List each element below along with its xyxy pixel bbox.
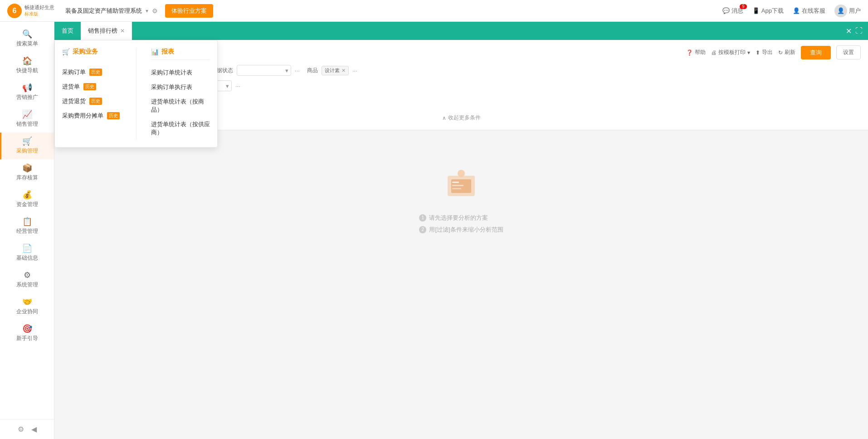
tabbar-actions: ✕ ⛶ xyxy=(846,27,868,35)
print-arrow[interactable]: ▾ xyxy=(747,49,750,56)
sidebar-item-marketing[interactable]: 📢 营销推广 xyxy=(0,79,54,106)
report-section-title: 📊 报表 xyxy=(151,48,210,60)
refresh-icon: ↻ xyxy=(778,49,783,56)
tip-text-2: 用[过滤]条件来缩小分析范围 xyxy=(429,224,503,236)
logo-text: 畅捷通好生意 xyxy=(24,4,54,10)
dropdown-item-goods-receipt[interactable]: 进货单 历史 xyxy=(62,79,122,94)
dropdown-item-purchase-expense[interactable]: 采购费用分摊单 历史 xyxy=(62,109,122,123)
sidebar: 🔍 搜索菜单 🏠 快捷导航 📢 营销推广 📈 销售管理 🛒 采购管理 📦 库存核… xyxy=(0,22,54,439)
purchase-section-icon: 🛒 xyxy=(62,48,70,55)
sidebar-item-quick-nav[interactable]: 🏠 快捷导航 xyxy=(0,52,54,79)
marketing-icon: 📢 xyxy=(22,84,32,92)
item-label: 进货单统计表（按供应商） xyxy=(151,120,210,137)
purchase-dropdown: 🛒 采购业务 采购订单 历史 进货单 历史 进货退货 历史 采购费用分摊单 历史… xyxy=(54,40,218,148)
sidebar-label-guide: 新手引导 xyxy=(16,335,38,342)
export-label: 导出 xyxy=(762,49,773,56)
sidebar-label-inventory: 库存核算 xyxy=(16,174,38,182)
settings-btn[interactable]: 设置 xyxy=(836,45,861,59)
notification-action[interactable]: 💬 消息 9 xyxy=(722,7,743,15)
sidebar-item-search[interactable]: 🔍 搜索菜单 xyxy=(0,25,54,52)
print-label: 按模板打印 xyxy=(718,49,746,56)
sidebar-item-guide[interactable]: 🎯 新手引导 xyxy=(0,320,54,347)
dropdown-item-purchase-order[interactable]: 采购订单 历史 xyxy=(62,65,122,79)
search-icon: 🔍 xyxy=(22,30,32,38)
doc-status-select-wrap xyxy=(237,65,291,76)
empty-state: 1 请先选择要分析的方案 2 用[过滤]条件来缩小分析范围 xyxy=(54,130,868,272)
refresh-label: 刷新 xyxy=(785,49,795,56)
goods-tag-value: 设计素 xyxy=(325,67,340,74)
sidebar-item-finance[interactable]: 💰 资金管理 xyxy=(0,186,54,213)
sidebar-item-basic[interactable]: 📄 基础信息 xyxy=(0,240,54,266)
sidebar-item-inventory[interactable]: 📦 库存核算 xyxy=(0,159,54,186)
sidebar-collapse-btn[interactable]: ◀ xyxy=(31,425,37,434)
tab-close-all-icon[interactable]: ✕ xyxy=(846,27,852,35)
topbar-system: 装备及固定资产辅助管理系统 ▾ ⚙ 体验行业方案 xyxy=(65,4,213,18)
tab-home[interactable]: 首页 xyxy=(54,22,81,40)
svg-rect-3 xyxy=(452,182,459,183)
sidebar-item-operation[interactable]: 📋 经营管理 xyxy=(0,213,54,240)
app-download-label: App下载 xyxy=(761,7,784,15)
svg-rect-4 xyxy=(452,185,463,186)
sidebar-item-purchase[interactable]: 🛒 采购管理 xyxy=(0,133,54,159)
logo-icon: 6 xyxy=(7,4,22,18)
finance-icon: 💰 xyxy=(22,191,32,199)
app-download-action[interactable]: 📱 App下载 xyxy=(752,7,784,15)
refresh-btn[interactable]: ↻ 刷新 xyxy=(778,49,795,56)
doc-status-dots[interactable]: ··· xyxy=(295,67,300,74)
item-label: 进货单 xyxy=(62,83,80,91)
dropdown-item-order-exec[interactable]: 采购订单执行表 xyxy=(151,80,210,94)
dropdown-item-goods-return[interactable]: 进货退货 历史 xyxy=(62,94,122,109)
tab-close-icon[interactable]: ✕ xyxy=(120,28,125,34)
export-icon: ⬆ xyxy=(756,49,760,56)
tab-expand-icon[interactable]: ⛶ xyxy=(855,27,863,35)
home-tab-label: 首页 xyxy=(62,27,73,35)
export-btn[interactable]: ⬆ 导出 xyxy=(756,49,773,56)
salesperson-dots[interactable]: ··· xyxy=(235,83,240,89)
doc-status-select[interactable] xyxy=(237,65,291,76)
user-label: 用户 xyxy=(849,7,861,15)
system-icon: ⚙ xyxy=(24,271,31,279)
sidebar-settings-btn[interactable]: ⚙ xyxy=(18,425,24,434)
goods-tag-close[interactable]: ✕ xyxy=(341,68,346,74)
dropdown-item-supplier-stats[interactable]: 进货单统计表（按供应商） xyxy=(151,117,210,140)
dropdown-item-order-stats[interactable]: 采购订单统计表 xyxy=(151,65,210,80)
sidebar-item-collab[interactable]: 🤝 企业协同 xyxy=(0,293,54,320)
system-gear-icon[interactable]: ⚙ xyxy=(152,7,158,15)
help-btn[interactable]: ❓ 帮助 xyxy=(686,49,706,56)
sidebar-label-operation: 经营管理 xyxy=(16,227,38,235)
avatar: 👤 xyxy=(834,5,847,17)
online-service-action[interactable]: 👤 在线客服 xyxy=(793,7,825,15)
guide-icon: 🎯 xyxy=(22,325,32,333)
filter-doc-status: 单据状态 ··· xyxy=(211,65,300,76)
goods-tag: 设计素 ✕ xyxy=(322,66,349,75)
sales-icon: 📈 xyxy=(22,110,32,118)
history-badge: 历史 xyxy=(89,98,102,105)
query-btn[interactable]: 查询 xyxy=(801,46,831,59)
operation-icon: 📋 xyxy=(22,217,32,226)
item-label: 进货单统计表（按商品） xyxy=(151,98,210,114)
tab-sales-rank[interactable]: 销售排行榜 ✕ xyxy=(81,22,132,40)
logo: 6 畅捷通好生意 标准版 xyxy=(7,4,62,18)
message-icon: 💬 xyxy=(722,7,730,14)
sidebar-item-system[interactable]: ⚙ 系统管理 xyxy=(0,266,54,293)
sidebar-item-sales[interactable]: 📈 销售管理 xyxy=(0,106,54,133)
inventory-icon: 📦 xyxy=(22,164,32,172)
dropdown-item-goods-stats[interactable]: 进货单统计表（按商品） xyxy=(151,94,210,117)
basic-icon: 📄 xyxy=(22,244,32,252)
purchase-section-label: 采购业务 xyxy=(73,48,98,56)
purchase-section: 🛒 采购业务 采购订单 历史 进货单 历史 进货退货 历史 采购费用分摊单 历史 xyxy=(62,48,122,140)
industry-btn[interactable]: 体验行业方案 xyxy=(165,4,213,18)
tip-num-1: 1 xyxy=(419,214,426,222)
sidebar-label-marketing: 营销推广 xyxy=(16,94,38,101)
report-section-icon: 📊 xyxy=(151,48,159,55)
report-section: 📊 报表 采购订单统计表 采购订单执行表 进货单统计表（按商品） 进货单统计表（… xyxy=(151,48,210,140)
sidebar-bottom: ⚙ ◀ xyxy=(0,419,54,439)
item-label: 进货退货 xyxy=(62,97,86,105)
history-badge: 历史 xyxy=(107,112,120,119)
empty-illustration xyxy=(439,167,484,203)
sidebar-label-search: 搜索菜单 xyxy=(16,40,38,48)
goods-dots[interactable]: ··· xyxy=(352,67,357,74)
system-dropdown-arrow[interactable]: ▾ xyxy=(146,8,148,14)
user-action[interactable]: 👤 用户 xyxy=(834,5,861,17)
print-btn[interactable]: 🖨 按模板打印 ▾ xyxy=(711,49,750,56)
